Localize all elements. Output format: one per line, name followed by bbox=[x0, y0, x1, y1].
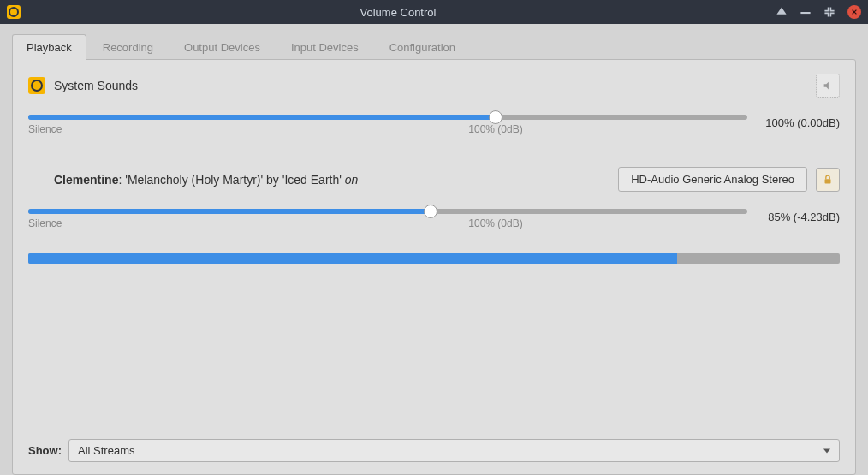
clementine-icon bbox=[28, 171, 45, 188]
volume-value: 85% (-4.23dB) bbox=[763, 211, 840, 223]
speaker-icon bbox=[28, 77, 45, 94]
app-icon bbox=[7, 5, 21, 19]
track-description: : 'Melancholy (Holy Martyr)' by 'Iced Ea… bbox=[118, 173, 344, 187]
slider-label-mid: 100% (0dB) bbox=[468, 123, 522, 135]
slider-thumb[interactable] bbox=[489, 110, 502, 124]
app-name: Clementine bbox=[54, 173, 118, 187]
volume-slider[interactable] bbox=[28, 209, 747, 214]
tab-output-devices[interactable]: Output Devices bbox=[169, 34, 275, 60]
mute-button[interactable] bbox=[816, 74, 840, 98]
slider-label-min: Silence bbox=[28, 123, 62, 135]
volume-value: 100% (0.00dB) bbox=[763, 116, 840, 129]
shade-button[interactable] bbox=[776, 6, 788, 18]
on-suffix: on bbox=[345, 173, 359, 187]
stream-title: System Sounds bbox=[54, 79, 138, 92]
output-device-button[interactable]: HD-Audio Generic Analog Stereo bbox=[618, 167, 807, 192]
titlebar: Volume Control bbox=[0, 0, 868, 24]
slider-label-min: Silence bbox=[28, 217, 62, 229]
slider-thumb[interactable] bbox=[424, 205, 437, 218]
svg-rect-0 bbox=[800, 12, 810, 14]
tab-recording[interactable]: Recording bbox=[88, 34, 168, 60]
level-meter bbox=[28, 253, 840, 264]
playback-panel: System Sounds Silence 100% (0dB) bbox=[12, 59, 856, 475]
tab-input-devices[interactable]: Input Devices bbox=[276, 34, 373, 60]
window-title: Volume Control bbox=[21, 6, 776, 19]
close-button[interactable] bbox=[847, 5, 861, 19]
content: Playback Recording Output Devices Input … bbox=[0, 24, 868, 475]
slider-fill bbox=[28, 115, 496, 120]
lock-button[interactable] bbox=[816, 168, 840, 192]
level-fill bbox=[28, 253, 677, 264]
maximize-button[interactable] bbox=[823, 6, 835, 18]
tab-configuration[interactable]: Configuration bbox=[375, 34, 470, 60]
show-filter-row: Show: All Streams bbox=[28, 434, 840, 466]
tab-bar: Playback Recording Output Devices Input … bbox=[12, 34, 856, 60]
svg-rect-1 bbox=[825, 179, 831, 183]
minimize-button[interactable] bbox=[800, 6, 812, 18]
show-selected: All Streams bbox=[78, 444, 134, 457]
tab-playback[interactable]: Playback bbox=[12, 34, 86, 60]
stream-system-sounds: System Sounds Silence 100% (0dB) bbox=[28, 74, 840, 151]
show-label: Show: bbox=[28, 444, 62, 457]
slider-fill bbox=[28, 209, 431, 214]
volume-icon bbox=[822, 80, 834, 92]
lock-icon bbox=[822, 174, 834, 186]
show-select[interactable]: All Streams bbox=[68, 439, 840, 462]
volume-slider[interactable] bbox=[28, 115, 747, 120]
slider-label-mid: 100% (0dB) bbox=[468, 217, 522, 229]
stream-title: Clementine: 'Melancholy (Holy Martyr)' b… bbox=[54, 173, 358, 187]
window-controls bbox=[776, 5, 861, 19]
stream-clementine: Clementine: 'Melancholy (Holy Martyr)' b… bbox=[28, 151, 840, 279]
